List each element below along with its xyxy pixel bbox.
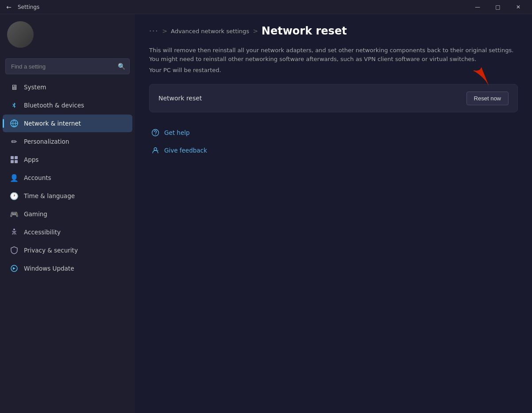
avatar [7, 21, 34, 48]
sidebar-item-privacy[interactable]: Privacy & security [3, 241, 132, 259]
restart-notice: Your PC will be restarted. [149, 67, 518, 73]
privacy-icon [10, 246, 19, 255]
give-feedback-icon [151, 146, 160, 155]
get-help-icon [151, 128, 160, 137]
titlebar: ← Settings — □ ✕ [0, 0, 532, 14]
give-feedback-label: Give feedback [164, 147, 207, 154]
titlebar-title: Settings [18, 4, 39, 10]
svg-point-7 [152, 130, 159, 136]
system-icon: 🖥 [10, 83, 19, 92]
sidebar-item-label: Network & internet [24, 120, 81, 127]
update-icon [10, 264, 19, 273]
accounts-icon: 👤 [10, 173, 19, 182]
sidebar-item-label: Apps [24, 156, 39, 163]
titlebar-left: ← Settings [4, 2, 39, 12]
description-text: This will remove then reinstall all your… [149, 46, 518, 63]
personalization-icon: ✏️ [10, 137, 19, 146]
sidebar-item-gaming[interactable]: 🎮 Gaming [3, 205, 132, 223]
breadcrumb-dots: ··· [149, 27, 158, 35]
network-reset-card: Network reset Reset now [149, 84, 518, 112]
bluetooth-icon [10, 101, 19, 110]
app-container: 🔍 🖥 System Bluetooth & devices [0, 14, 532, 413]
sidebar-item-accounts[interactable]: 👤 Accounts [3, 169, 132, 187]
window-controls: — □ ✕ [467, 0, 528, 14]
main-content: ··· > Advanced network settings > Networ… [135, 14, 532, 413]
sidebar-item-personalization[interactable]: ✏️ Personalization [3, 133, 132, 150]
help-links: Get help Give feedback [149, 125, 518, 158]
sidebar-item-accessibility[interactable]: Accessibility [3, 223, 132, 241]
sidebar-item-label: Gaming [24, 210, 47, 218]
breadcrumb-sep1: > [162, 27, 167, 34]
breadcrumb: ··· > Advanced network settings > Networ… [149, 25, 518, 37]
svg-rect-2 [15, 156, 18, 159]
sidebar-item-time[interactable]: 🕐 Time & language [3, 187, 132, 205]
breadcrumb-current: Network reset [262, 25, 347, 37]
sidebar-item-label: Windows Update [24, 265, 74, 272]
sidebar-item-apps[interactable]: Apps [3, 151, 132, 168]
sidebar-item-network[interactable]: Network & internet [3, 115, 132, 132]
search-box: 🔍 [5, 58, 130, 74]
sidebar-item-system[interactable]: 🖥 System [3, 78, 132, 96]
svg-point-9 [154, 148, 157, 150]
sidebar: 🔍 🖥 System Bluetooth & devices [0, 14, 135, 413]
breadcrumb-link[interactable]: Advanced network settings [171, 28, 249, 34]
back-button[interactable]: ← [4, 2, 14, 12]
close-button[interactable]: ✕ [508, 0, 528, 14]
arrow-annotation-container: Network reset Reset now [149, 84, 518, 112]
get-help-label: Get help [164, 129, 190, 136]
sidebar-item-label: Personalization [24, 138, 69, 145]
get-help-link[interactable]: Get help [149, 125, 518, 141]
avatar-image [7, 21, 34, 48]
time-icon: 🕐 [10, 191, 19, 200]
maximize-button[interactable]: □ [488, 0, 508, 14]
search-input[interactable] [5, 58, 130, 74]
sidebar-item-update[interactable]: Windows Update [3, 260, 132, 277]
sidebar-item-label: System [24, 84, 46, 91]
svg-rect-3 [11, 160, 14, 163]
accessibility-icon [10, 228, 19, 237]
give-feedback-link[interactable]: Give feedback [149, 142, 518, 158]
network-reset-label: Network reset [158, 95, 202, 102]
svg-point-8 [155, 134, 155, 135]
sidebar-item-label: Privacy & security [24, 247, 78, 254]
apps-icon [10, 155, 19, 164]
sidebar-nav: 🖥 System Bluetooth & devices [0, 78, 135, 406]
network-icon [10, 119, 19, 128]
breadcrumb-sep2: > [253, 27, 258, 34]
sidebar-item-label: Bluetooth & devices [24, 102, 84, 109]
sidebar-item-label: Time & language [24, 192, 75, 199]
reset-now-button[interactable]: Reset now [466, 92, 509, 105]
minimize-button[interactable]: — [467, 0, 488, 14]
svg-rect-4 [15, 160, 18, 163]
sidebar-item-label: Accessibility [24, 229, 61, 236]
gaming-icon: 🎮 [10, 210, 19, 218]
svg-rect-1 [11, 156, 14, 159]
sidebar-item-label: Accounts [24, 174, 51, 181]
search-icon: 🔍 [118, 63, 125, 70]
svg-point-5 [13, 229, 15, 230]
red-arrow-annotation [465, 64, 491, 88]
sidebar-profile [0, 14, 135, 55]
sidebar-item-bluetooth[interactable]: Bluetooth & devices [3, 96, 132, 114]
